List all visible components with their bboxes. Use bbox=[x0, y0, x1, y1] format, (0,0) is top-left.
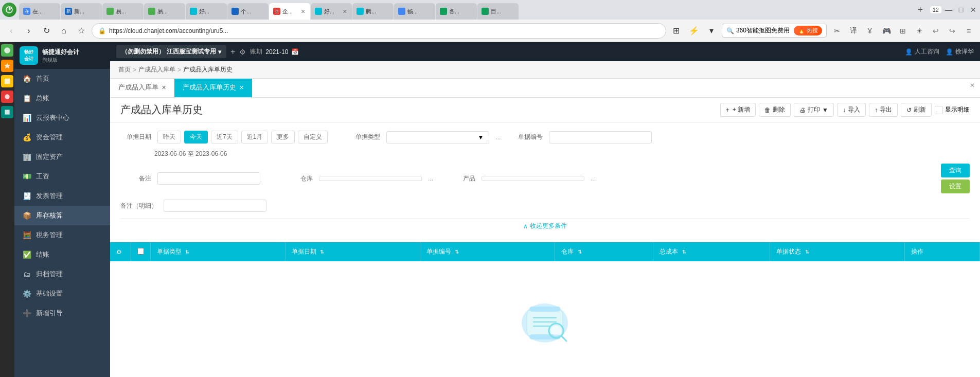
more-tool[interactable]: ≡ bbox=[961, 24, 976, 38]
search-bar-360[interactable]: 🔍 360智能抠图免费用 🔥 热搜 bbox=[722, 24, 827, 38]
display-tool[interactable]: ☀ bbox=[912, 24, 926, 38]
tab-close-8[interactable]: ✕ bbox=[342, 8, 348, 15]
date-btn-more[interactable]: 更多 bbox=[271, 131, 295, 143]
product-filter-select[interactable] bbox=[482, 176, 584, 181]
warehouse-filter-select[interactable] bbox=[319, 176, 422, 181]
browser-tab-11[interactable]: 各... bbox=[436, 3, 477, 20]
tab-list-close[interactable]: ✕ bbox=[162, 84, 166, 91]
col-date[interactable]: 单据日期 ⇅ bbox=[285, 242, 420, 261]
sidebar-item-payroll[interactable]: 💵 工资 bbox=[14, 167, 110, 186]
maximize-button[interactable]: □ bbox=[956, 5, 966, 14]
col-warehouse[interactable]: 仓库 ⇅ bbox=[555, 242, 653, 261]
breadcrumb-home[interactable]: 首页 bbox=[118, 65, 131, 74]
icon-sidebar-item-2[interactable] bbox=[1, 60, 13, 72]
lightning-button[interactable]: ⚡ bbox=[687, 24, 701, 38]
icon-sidebar-item-1[interactable] bbox=[1, 44, 13, 57]
browser-tab-4[interactable]: 易... bbox=[144, 3, 185, 20]
icon-sidebar-item-3[interactable] bbox=[1, 75, 13, 87]
browser-tab-7[interactable]: 企 企... ✕ bbox=[269, 3, 310, 20]
import-button[interactable]: ↓ 导入 bbox=[837, 103, 866, 117]
account-settings-button[interactable]: ⚙ bbox=[239, 48, 246, 56]
icon-sidebar-item-5[interactable] bbox=[1, 106, 13, 118]
forward-button[interactable]: › bbox=[22, 24, 36, 38]
col-status[interactable]: 单据状态 ⇅ bbox=[770, 242, 905, 261]
sidebar-item-basic[interactable]: ⚙️ 基础设置 bbox=[14, 284, 110, 303]
print-button[interactable]: 🖨 打印 ▼ bbox=[794, 103, 834, 117]
extensions-button[interactable]: ⊞ bbox=[669, 24, 684, 38]
export-button[interactable]: ↑ 导出 bbox=[869, 103, 898, 117]
col-gear[interactable]: ⚙ bbox=[110, 242, 131, 261]
grid-tool[interactable]: ⊞ bbox=[896, 24, 910, 38]
query-button[interactable]: 查询 bbox=[941, 164, 970, 177]
breadcrumb-list[interactable]: 产成品入库单 bbox=[138, 65, 175, 74]
browser-tab-8[interactable]: 好... ✕ bbox=[311, 3, 352, 20]
home-button[interactable]: ⌂ bbox=[57, 24, 71, 38]
browser-tab-12[interactable]: 目... bbox=[477, 3, 519, 20]
add-button[interactable]: + + 新增 bbox=[720, 103, 756, 117]
game-tool[interactable]: 🎮 bbox=[879, 24, 894, 38]
tab-close-7[interactable]: ✕ bbox=[300, 8, 306, 15]
close-button[interactable]: ✕ bbox=[969, 5, 978, 14]
minimize-button[interactable]: — bbox=[944, 5, 953, 14]
browser-tab-9[interactable]: 腾... bbox=[352, 3, 394, 20]
col-total-cost[interactable]: 总成本 ⇅ bbox=[653, 242, 770, 261]
collapse-bar[interactable]: ∧ 收起更多条件 bbox=[120, 218, 970, 234]
new-tab-button[interactable]: + bbox=[913, 3, 928, 17]
account-add-button[interactable]: + bbox=[230, 47, 235, 57]
browser-tab-5[interactable]: 好... bbox=[186, 3, 227, 20]
sidebar-item-inventory[interactable]: 📦 库存核算 bbox=[14, 206, 110, 225]
currency-tool[interactable]: ¥ bbox=[863, 24, 877, 38]
date-btn-custom[interactable]: 自定义 bbox=[298, 131, 328, 143]
user-avatar-button[interactable]: 👤 徐泽华 bbox=[946, 47, 974, 56]
show-detail-toggle[interactable]: 显示明细 bbox=[935, 105, 970, 114]
remark-detail-input[interactable] bbox=[164, 200, 266, 212]
date-btn-today[interactable]: 今天 bbox=[184, 131, 208, 143]
date-btn-yesterday[interactable]: 昨天 bbox=[157, 131, 181, 143]
sidebar-item-home[interactable]: 🏠 首页 bbox=[14, 69, 110, 88]
col-type[interactable]: 单据类型 ⇅ bbox=[150, 242, 285, 261]
refresh-button[interactable]: ↺ 刷新 bbox=[901, 103, 932, 117]
nav-header[interactable]: 畅好会计 畅捷通好会计 旗舰版 bbox=[14, 42, 110, 69]
address-input[interactable]: 🔒 https://cloud.chanjet.com/accounting/u… bbox=[92, 23, 666, 39]
browser-tab-1[interactable]: 在 在... bbox=[19, 3, 60, 20]
sidebar-item-tax[interactable]: 🧮 税务管理 bbox=[14, 225, 110, 245]
page-tab-list[interactable]: 产成品入库单 ✕ bbox=[110, 79, 174, 97]
remark-filter-input[interactable] bbox=[157, 172, 260, 185]
browser-tab-6[interactable]: 个... bbox=[227, 3, 269, 20]
refresh-button[interactable]: ↻ bbox=[39, 24, 54, 38]
undo-tool[interactable]: ↩ bbox=[929, 24, 943, 38]
back-button[interactable]: ‹ bbox=[4, 24, 19, 38]
select-all-checkbox[interactable] bbox=[137, 248, 144, 255]
sidebar-item-general-ledger[interactable]: 📋 总账 bbox=[14, 88, 110, 108]
sidebar-item-cloud-report[interactable]: 📊 云报表中心 bbox=[14, 108, 110, 128]
show-detail-checkbox[interactable] bbox=[935, 106, 943, 114]
sidebar-item-fund[interactable]: 💰 资金管理 bbox=[14, 128, 110, 147]
sidebar-item-archive[interactable]: 🗂 归档管理 bbox=[14, 264, 110, 284]
browser-tab-2[interactable]: 新 新... bbox=[61, 3, 102, 20]
translate-tool[interactable]: 译 bbox=[846, 24, 861, 38]
page-tab-history[interactable]: 产成品入库单历史 ✕ bbox=[174, 79, 252, 97]
sidebar-item-newbill[interactable]: ➕ 新增引导 bbox=[14, 303, 110, 323]
number-filter-input[interactable] bbox=[549, 131, 652, 143]
scissors-tool[interactable]: ✂ bbox=[830, 24, 844, 38]
sidebar-item-fixed-assets[interactable]: 🏢 固定资产 bbox=[14, 147, 110, 167]
account-name-dropdown[interactable]: （勿删勿禁用） 江西服宝测试专用 ▾ bbox=[116, 45, 226, 58]
icon-sidebar-item-4[interactable] bbox=[1, 91, 13, 103]
browser-tab-3[interactable]: 易... bbox=[102, 3, 144, 20]
col-checkbox[interactable] bbox=[131, 242, 150, 261]
type-filter-select[interactable]: ▼ bbox=[386, 131, 489, 143]
browser-tab-10[interactable]: 畅... bbox=[394, 3, 435, 20]
bookmark-button[interactable]: ☆ bbox=[74, 24, 88, 38]
tab-history-close[interactable]: ✕ bbox=[239, 84, 244, 91]
undo2-tool[interactable]: ↪ bbox=[945, 24, 959, 38]
user-service-button[interactable]: 👤 人工咨询 bbox=[905, 47, 939, 56]
sidebar-item-checkout[interactable]: ✅ 结账 bbox=[14, 245, 110, 264]
close-panel-button[interactable]: ✕ bbox=[965, 79, 980, 92]
date-btn-1month[interactable]: 近1月 bbox=[241, 131, 269, 143]
col-number[interactable]: 单据编号 ⇅ bbox=[420, 242, 555, 261]
sidebar-item-invoice[interactable]: 🧾 发票管理 bbox=[14, 186, 110, 206]
delete-button[interactable]: 🗑 删除 bbox=[759, 103, 791, 117]
date-btn-7days[interactable]: 近7天 bbox=[211, 131, 238, 143]
setting-button[interactable]: 设置 bbox=[941, 179, 970, 193]
address-dropdown[interactable]: ▾ bbox=[704, 24, 719, 38]
